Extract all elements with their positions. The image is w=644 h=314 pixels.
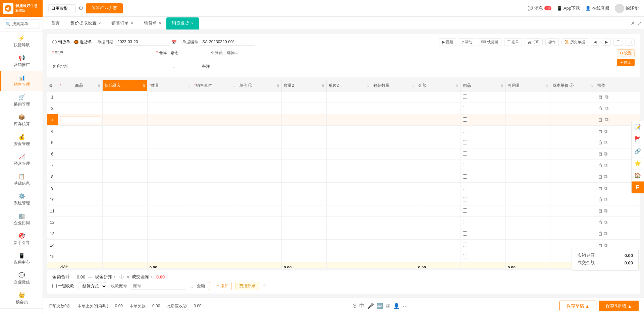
experience-plan-button[interactable]: 体验行业方案	[86, 3, 123, 13]
view-list-button[interactable]: ☰	[613, 39, 623, 46]
copy-icon[interactable]: ⧉	[603, 207, 608, 214]
one-click-payment[interactable]: 一键收款	[52, 283, 74, 289]
print-button[interactable]: 🖨 打印	[525, 38, 543, 46]
sidebar-item-basic[interactable]: 📋 基础信息	[0, 170, 43, 190]
calendar-icon[interactable]: 📅	[172, 40, 177, 45]
gear-icon[interactable]: ⚙	[49, 83, 53, 88]
gift-check[interactable]	[463, 174, 467, 179]
tab-return[interactable]: 销货退货 ×	[166, 17, 199, 29]
row-2-pack[interactable]	[371, 103, 416, 114]
row-2-delete[interactable]: 🗑	[597, 105, 603, 112]
sale-radio-input[interactable]	[52, 40, 57, 44]
tab-sale-close[interactable]: ×	[159, 21, 161, 25]
app-download-button[interactable]: 📱 App下载	[557, 5, 580, 11]
row-3-pack[interactable]	[371, 114, 416, 126]
row-1-delete[interactable]: 🗑	[597, 93, 603, 100]
row-1-price[interactable]	[237, 91, 282, 103]
tab-home[interactable]: 首页	[46, 17, 65, 29]
delete-icon[interactable]: 🗑	[597, 230, 603, 237]
sort-unit-icon[interactable]: ⇅	[232, 84, 235, 87]
sidebar-item-system[interactable]: ⚙️ 系统管理	[0, 190, 43, 209]
gift-check[interactable]	[463, 129, 467, 133]
row-2-cost[interactable]	[550, 103, 595, 114]
right-tool-note[interactable]: 📝	[632, 121, 644, 133]
sidebar-settings-button[interactable]: ⚙	[7, 311, 14, 314]
add-item-button[interactable]: ＋ + 添加	[209, 282, 231, 290]
th-gear[interactable]: ⚙	[47, 80, 58, 91]
sidebar-item-marketing[interactable]: 📢 营销推广	[0, 51, 43, 71]
close-tab-icon[interactable]: ✕	[631, 20, 635, 26]
search-menu-button[interactable]: 🔍 搜索菜单	[3, 19, 40, 28]
add-row-button[interactable]: +	[49, 117, 56, 123]
sort-gift-icon[interactable]: ⇅	[501, 84, 503, 87]
sidebar-item-operations[interactable]: 📈 经营管理	[0, 150, 43, 170]
row-1-unit[interactable]	[192, 91, 237, 103]
delete-icon[interactable]: 🗑	[597, 128, 603, 134]
notification-button[interactable]: 💬 消息 70	[528, 5, 551, 11]
sort-qty-icon[interactable]: ⇅	[187, 84, 190, 87]
row-3-unit2[interactable]	[326, 114, 371, 126]
help-icon-discount[interactable]: ⓘ	[119, 274, 124, 280]
sort-amount-icon[interactable]: ⇅	[456, 84, 459, 87]
row-1-gift[interactable]	[461, 91, 506, 103]
tab-sale-order-close[interactable]: ×	[131, 21, 133, 25]
sidebar-item-purchase[interactable]: 🛒 采购管理	[0, 91, 43, 111]
tab-sale-order[interactable]: 销售订单 ×	[106, 17, 138, 29]
sort-scan-icon[interactable]: ⇅	[143, 84, 145, 87]
delete-icon[interactable]: 🗑	[597, 162, 603, 169]
gift-check[interactable]	[463, 151, 467, 156]
sort-product-icon[interactable]: ⇅	[98, 84, 100, 87]
sidebar-item-member[interactable]: 👑 畅会员	[0, 289, 43, 308]
sort-qty2-icon[interactable]: ⇅	[322, 84, 324, 87]
row-2-product[interactable]	[58, 103, 103, 114]
gift-check[interactable]	[463, 208, 467, 213]
sidebar-item-apps[interactable]: 📱 应用中心	[0, 249, 43, 269]
shortcuts-button[interactable]: ⌨ 快捷键	[478, 38, 501, 46]
gift-check[interactable]	[463, 163, 467, 167]
expense-help-icon[interactable]: ?	[263, 284, 265, 289]
sale-radio[interactable]: 销货单	[52, 39, 70, 45]
industry-select[interactable]: 日用百货	[48, 4, 76, 12]
right-tool-screen[interactable]: 🖥	[632, 181, 644, 193]
staff-select-dots[interactable]: ...	[281, 51, 284, 55]
next-doc-button[interactable]: ▶	[602, 39, 611, 46]
row-1-gift-check[interactable]	[463, 95, 467, 99]
add-logistics-button[interactable]: + 物流	[617, 59, 635, 66]
customer-select-dots[interactable]: ...	[127, 51, 131, 55]
tool-person-icon[interactable]: 👤	[393, 303, 400, 309]
copy-icon[interactable]: ⧉	[603, 242, 608, 249]
row-1-cost[interactable]	[550, 91, 595, 103]
copy-icon[interactable]: ⧉	[603, 219, 608, 226]
row-2-unit[interactable]	[192, 103, 237, 114]
tool-more-icon[interactable]: ⋯	[402, 303, 408, 309]
sidebar-item-inventory[interactable]: 📦 库存核算	[0, 111, 43, 130]
sidebar-item-sales[interactable]: 📊 销售管理	[0, 71, 43, 91]
row-1-qty[interactable]	[147, 91, 192, 103]
row-3-gift-check[interactable]	[463, 117, 467, 122]
right-tool-link[interactable]: 🔗	[632, 145, 644, 157]
video-button[interactable]: ▶ 视频	[439, 38, 456, 46]
row-3-delete[interactable]: 🗑	[597, 116, 603, 123]
right-tool-home[interactable]: 🏠	[632, 169, 644, 181]
row-2-unit2[interactable]	[326, 103, 371, 114]
row-2-gift[interactable]	[461, 103, 506, 114]
gift-check[interactable]	[463, 231, 467, 236]
sidebar-search[interactable]: 🔍 搜索菜单	[0, 17, 43, 32]
row-3-product-input[interactable]	[60, 117, 101, 123]
delete-icon[interactable]: 🗑	[597, 139, 603, 146]
copy-icon[interactable]: ⧉	[603, 128, 608, 135]
row-3-unit[interactable]	[192, 114, 237, 126]
row-1-product[interactable]	[58, 91, 103, 103]
delete-icon[interactable]: 🗑	[597, 150, 603, 157]
row-3-qty2[interactable]	[282, 114, 327, 126]
tool-zhong-icon[interactable]: 中	[359, 303, 365, 310]
user-profile[interactable]: 徐泽华	[615, 4, 639, 13]
row-3-qty[interactable]	[147, 114, 192, 126]
return-radio[interactable]: 退货单	[74, 39, 92, 45]
customer-input[interactable]	[65, 49, 125, 56]
row-2-price[interactable]	[237, 103, 282, 114]
row-3-copy[interactable]: ⧉	[604, 116, 609, 123]
sort-price-icon[interactable]: ⇅	[277, 84, 279, 87]
online-service-button[interactable]: 👤 在线客服	[585, 5, 609, 11]
date-input[interactable]	[115, 39, 170, 46]
